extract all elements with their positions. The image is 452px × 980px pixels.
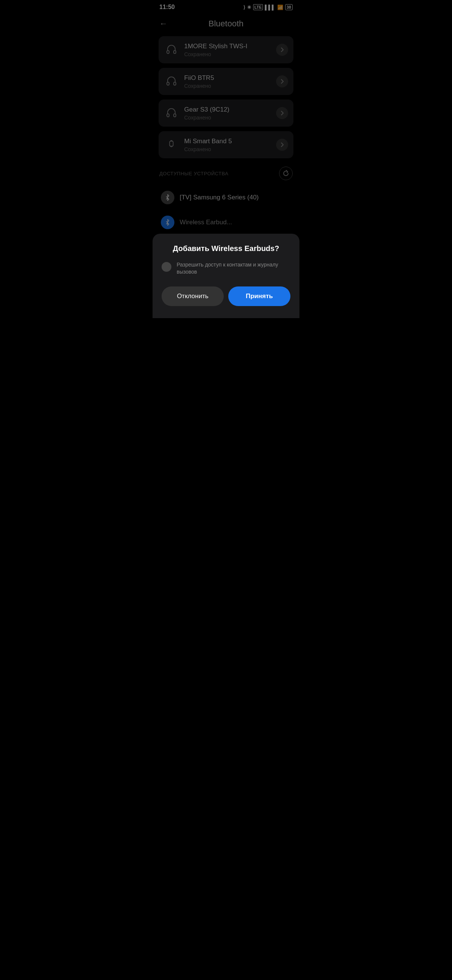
decline-button[interactable]: Отклонить xyxy=(162,286,224,306)
dialog-overlay: Добавить Wireless Earbuds? Разрешить дос… xyxy=(152,0,300,318)
permission-checkbox[interactable] xyxy=(162,262,171,272)
accept-button[interactable]: Принять xyxy=(228,286,290,306)
dialog-title: Добавить Wireless Earbuds? xyxy=(162,244,290,253)
permission-checkbox-row[interactable]: Разрешить доступ к контактам и журналу в… xyxy=(162,261,290,276)
permission-label: Разрешить доступ к контактам и журналу в… xyxy=(177,261,290,276)
bottom-sheet-dialog: Добавить Wireless Earbuds? Разрешить дос… xyxy=(152,234,300,318)
dialog-buttons: Отклонить Принять xyxy=(162,286,290,306)
